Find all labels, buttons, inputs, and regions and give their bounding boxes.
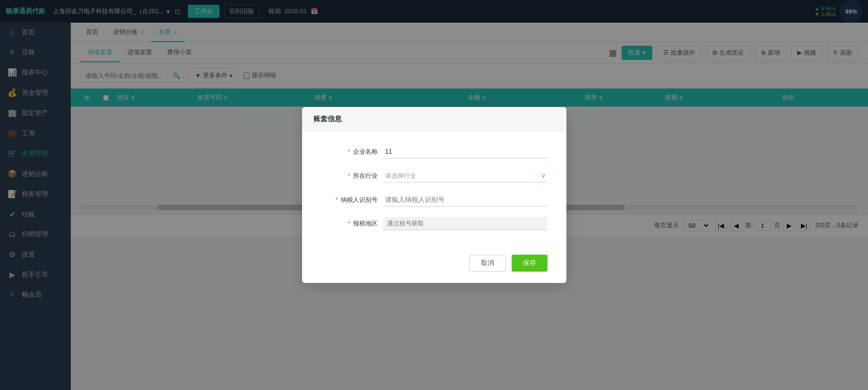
- form-row-industry: * 所在行业 请选择行业 ∨: [321, 169, 548, 183]
- tax-region-input: [383, 217, 548, 230]
- modal-title: 账套信息: [302, 107, 566, 132]
- tax-id-input[interactable]: [383, 193, 548, 207]
- required-star: *: [348, 148, 350, 155]
- modal-footer: 取消 保存: [302, 250, 566, 283]
- required-star: *: [348, 220, 350, 227]
- required-star: *: [336, 196, 338, 203]
- tax-region-label: * 报税地区: [321, 219, 378, 228]
- form-row-tax-id: * 纳税人识别号: [321, 193, 548, 207]
- industry-label: * 所在行业: [321, 172, 378, 180]
- industry-select-wrapper[interactable]: 请选择行业 ∨: [383, 169, 548, 183]
- form-row-company-name: * 企业名称: [321, 145, 548, 158]
- account-info-modal: 账套信息 * 企业名称 * 所在行业 请选择行业: [302, 107, 566, 283]
- required-star: *: [348, 172, 350, 179]
- company-name-input[interactable]: [383, 145, 548, 158]
- industry-select[interactable]: 请选择行业: [385, 172, 541, 179]
- company-name-label: * 企业名称: [321, 148, 378, 156]
- modal-body: * 企业名称 * 所在行业 请选择行业 ∨: [302, 132, 566, 250]
- cancel-button[interactable]: 取消: [469, 255, 506, 272]
- form-row-tax-region: * 报税地区: [321, 217, 548, 230]
- save-button[interactable]: 保存: [512, 255, 548, 272]
- chevron-down-icon: ∨: [541, 172, 546, 179]
- modal-overlay: 账套信息 * 企业名称 * 所在行业 请选择行业: [0, 0, 868, 390]
- tax-id-label: * 纳税人识别号: [321, 196, 378, 204]
